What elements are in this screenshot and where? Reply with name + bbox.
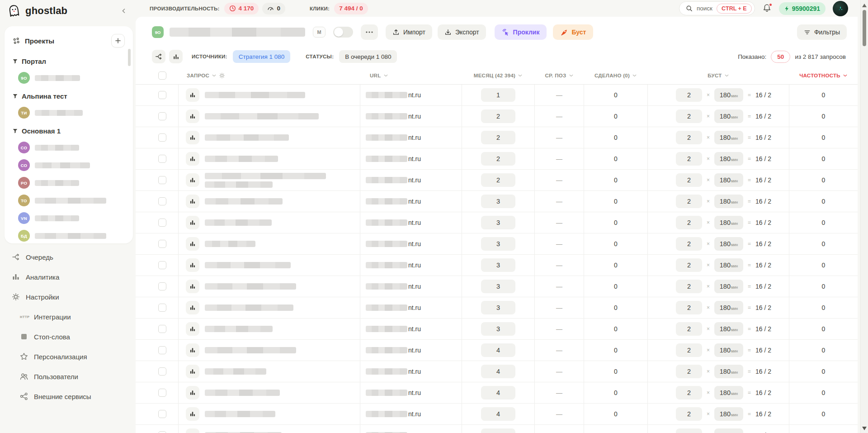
column-settings-gear-icon[interactable]	[219, 72, 225, 79]
scrollbar-thumb[interactable]	[863, 10, 866, 46]
filters-button[interactable]: Фильтры	[797, 24, 847, 40]
boost-minutes-pill[interactable]: 180мин	[714, 173, 743, 187]
header-frequency[interactable]: ЧАСТОТНОСТЬ	[789, 67, 858, 84]
query-chart-button[interactable]	[186, 195, 199, 208]
export-button[interactable]: Экспорт	[438, 24, 486, 40]
row-checkbox[interactable]	[158, 282, 166, 290]
query-chart-button[interactable]	[186, 173, 199, 187]
sidebar-item-settings[interactable]: Настройки	[0, 287, 136, 307]
boost-minutes-pill[interactable]: 180мин	[714, 301, 743, 314]
boost-count-pill[interactable]: 2	[676, 386, 702, 400]
row-checkbox[interactable]	[158, 91, 166, 99]
row-checkbox[interactable]	[158, 410, 166, 418]
boost-count-pill[interactable]: 2	[676, 237, 702, 251]
query-chart-button[interactable]	[186, 280, 199, 293]
sidebar-item-external-services[interactable]: Внешние сервисы	[0, 386, 136, 406]
row-checkbox[interactable]	[158, 304, 166, 312]
query-chart-button[interactable]	[186, 428, 199, 433]
header-avg-pos[interactable]: СР. ПОЗ	[534, 67, 584, 84]
boost-count-pill[interactable]: 2	[676, 322, 702, 336]
scrollbar-up-arrow[interactable]	[862, 4, 867, 7]
proklik-button[interactable]: Проклик	[495, 24, 547, 40]
boost-minutes-pill[interactable]: 180мин	[714, 131, 743, 144]
row-checkbox[interactable]	[158, 112, 166, 120]
select-all-checkbox[interactable]	[158, 71, 166, 80]
sidebar-item-integrations[interactable]: HTTP Интеграции	[0, 307, 136, 327]
query-chart-button[interactable]	[186, 88, 199, 102]
project-item[interactable]: ТИ	[18, 107, 125, 119]
search-input[interactable]: поиск CTRL + E	[679, 1, 755, 15]
add-project-button[interactable]	[111, 34, 125, 48]
balance-pill[interactable]: 95900291	[779, 2, 826, 15]
row-checkbox[interactable]	[158, 176, 166, 184]
project-item[interactable]: СО	[18, 142, 125, 153]
boost-minutes-pill[interactable]: 180мин	[714, 152, 743, 166]
page-size-pill[interactable]: 50	[771, 51, 790, 63]
sidebar-item-analytics[interactable]: Аналитика	[0, 267, 136, 287]
row-checkbox[interactable]	[158, 197, 166, 205]
row-checkbox[interactable]	[158, 325, 166, 333]
page-scrollbar[interactable]	[860, 0, 868, 433]
row-checkbox[interactable]	[158, 431, 166, 433]
boost-minutes-pill[interactable]: 180мин	[714, 428, 743, 433]
project-item[interactable]: ТО	[18, 195, 125, 206]
projects-scrollbar-thumb[interactable]	[128, 49, 131, 66]
boost-count-pill[interactable]: 2	[676, 258, 702, 272]
boost-count-pill[interactable]: 2	[676, 152, 702, 166]
boost-count-pill[interactable]: 2	[676, 195, 702, 208]
row-checkbox[interactable]	[158, 261, 166, 269]
sidebar-item-personalization[interactable]: Персонализация	[0, 347, 136, 366]
query-chart-button[interactable]	[186, 343, 199, 357]
boost-count-pill[interactable]: 2	[676, 428, 702, 433]
performance-gauge-pill[interactable]: 0	[262, 3, 285, 14]
project-item[interactable]: VN	[18, 212, 125, 224]
header-query[interactable]: ЗАПРОС	[178, 67, 360, 84]
query-chart-button[interactable]	[186, 407, 199, 421]
header-boost[interactable]: БУСТ	[647, 67, 789, 84]
boost-minutes-pill[interactable]: 180мин	[714, 258, 743, 272]
row-checkbox[interactable]	[158, 240, 166, 248]
project-item[interactable]: СО	[18, 159, 125, 171]
project-group-header[interactable]: Основная 1	[13, 126, 125, 136]
sidebar-collapse-button[interactable]	[118, 5, 129, 16]
boost-count-pill[interactable]: 2	[676, 88, 702, 102]
notifications-button[interactable]	[762, 4, 772, 13]
boost-count-pill[interactable]: 2	[676, 407, 702, 421]
query-chart-button[interactable]	[186, 152, 199, 166]
project-toggle[interactable]	[333, 27, 353, 38]
boost-count-pill[interactable]: 2	[676, 109, 702, 123]
row-checkbox[interactable]	[158, 346, 166, 354]
project-group-header[interactable]: Альпина тест	[13, 91, 125, 101]
row-checkbox[interactable]	[158, 133, 166, 142]
more-actions-button[interactable]	[361, 24, 378, 40]
query-chart-button[interactable]	[186, 109, 199, 123]
project-item[interactable]: БД	[18, 230, 125, 242]
performance-time-pill[interactable]: 4 170	[224, 3, 259, 14]
import-button[interactable]: Импорт	[386, 24, 432, 40]
query-chart-button[interactable]	[186, 258, 199, 272]
query-chart-button[interactable]	[186, 216, 199, 229]
header-url[interactable]: URL	[360, 67, 462, 84]
boost-minutes-pill[interactable]: 180мин	[714, 216, 743, 229]
boost-count-pill[interactable]: 2	[676, 365, 702, 378]
sidebar-item-users[interactable]: Пользователи	[0, 366, 136, 386]
boost-minutes-pill[interactable]: 180мин	[714, 280, 743, 293]
query-chart-button[interactable]	[186, 365, 199, 378]
boost-minutes-pill[interactable]: 180мин	[714, 407, 743, 421]
scrollbar-down-arrow[interactable]	[862, 427, 867, 430]
boost-minutes-pill[interactable]: 180мин	[714, 365, 743, 378]
user-avatar[interactable]	[833, 1, 848, 16]
project-group-header[interactable]: Портал	[13, 56, 125, 66]
clicks-pill[interactable]: 7 494 / 0	[334, 3, 368, 14]
sidebar-item-stopwords[interactable]: Стоп-слова	[0, 327, 136, 347]
sidebar-item-queue[interactable]: Очередь	[0, 247, 136, 267]
boost-count-pill[interactable]: 2	[676, 173, 702, 187]
boost-count-pill[interactable]: 2	[676, 216, 702, 229]
boost-minutes-pill[interactable]: 180мин	[714, 109, 743, 123]
queue-view-button[interactable]	[152, 50, 165, 63]
row-checkbox[interactable]	[158, 219, 166, 227]
row-checkbox[interactable]	[158, 155, 166, 163]
query-chart-button[interactable]	[186, 386, 199, 400]
boost-minutes-pill[interactable]: 180мин	[714, 343, 743, 357]
boost-minutes-pill[interactable]: 180мин	[714, 386, 743, 400]
